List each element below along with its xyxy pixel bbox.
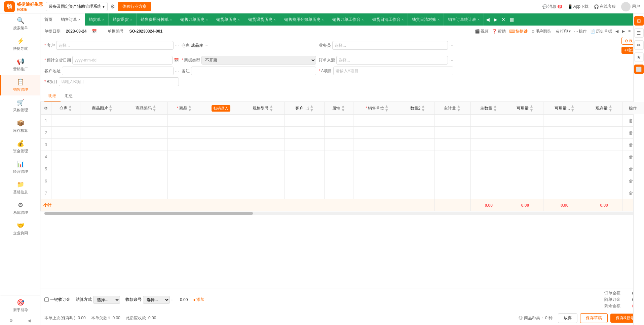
row-product[interactable] bbox=[168, 151, 201, 163]
message-btn[interactable]: 💬 消息 9 bbox=[542, 4, 562, 9]
tab-summary[interactable]: 汇总 bbox=[61, 91, 77, 101]
row-sales-unit[interactable] bbox=[353, 139, 401, 151]
staff-dots[interactable]: ··· bbox=[449, 43, 453, 48]
right-icon-scan[interactable]: ⬜ bbox=[634, 65, 644, 74]
row-qty2[interactable] bbox=[401, 115, 434, 127]
right-icon-list[interactable]: ☰ bbox=[634, 28, 644, 38]
row-product[interactable] bbox=[168, 163, 201, 175]
row-qty2[interactable] bbox=[401, 175, 434, 187]
system-selector[interactable]: 装备及固定资产辅助管理系统 ▾ bbox=[46, 2, 108, 11]
settings-bottom-icon[interactable]: ⚙ bbox=[9, 318, 13, 323]
row-attributes[interactable] bbox=[324, 175, 353, 187]
row-attributes[interactable] bbox=[324, 115, 353, 127]
row-qty2[interactable] bbox=[401, 127, 434, 139]
account-dots[interactable]: ··· bbox=[171, 297, 175, 302]
sidebar-item-marketing[interactable]: 📢 营销推广 bbox=[0, 54, 40, 75]
row-sales-unit[interactable] bbox=[353, 127, 401, 139]
row-product[interactable] bbox=[168, 175, 201, 187]
row-customer-code[interactable] bbox=[285, 115, 324, 127]
row-warehouse[interactable] bbox=[51, 163, 80, 175]
addr-dots[interactable]: ··· bbox=[175, 68, 179, 74]
sidebar-item-enterprise[interactable]: 🤝 企业协同 bbox=[0, 218, 40, 239]
row-attributes[interactable] bbox=[324, 151, 353, 163]
a-project-input[interactable] bbox=[333, 67, 453, 75]
row-product-code[interactable] bbox=[124, 151, 168, 163]
sidebar-item-system[interactable]: ⚙ 系统管理 bbox=[0, 198, 40, 218]
invoice-type-select[interactable]: 不开票 bbox=[201, 56, 316, 65]
row-main-qty[interactable] bbox=[470, 187, 507, 199]
payment-select[interactable]: 选择... bbox=[93, 296, 120, 304]
delete-row-icon[interactable]: 🗑 bbox=[629, 178, 633, 184]
tab-sales-statistics[interactable]: 销售订单统计表 × bbox=[444, 13, 484, 26]
tab-close-icon[interactable]: × bbox=[130, 18, 132, 22]
row-sales-unit[interactable] bbox=[353, 115, 401, 127]
row-warehouse[interactable] bbox=[51, 187, 80, 199]
tab-menu-btn[interactable]: ▦ bbox=[507, 17, 516, 22]
sidebar-item-quick-nav[interactable]: ⚡ 快捷导航 bbox=[0, 34, 40, 54]
row-spec-model[interactable] bbox=[241, 187, 285, 199]
remark-input[interactable] bbox=[191, 67, 316, 75]
delete-row-icon[interactable]: 🗑 bbox=[629, 130, 633, 135]
collapse-icon[interactable]: ◀ bbox=[28, 318, 31, 323]
row-attributes[interactable] bbox=[324, 127, 353, 139]
row-main-qty[interactable] bbox=[470, 127, 507, 139]
date-picker-icon[interactable]: 📅 bbox=[174, 58, 179, 63]
delivery-date-input[interactable] bbox=[72, 56, 173, 65]
row-main-qty[interactable] bbox=[470, 163, 507, 175]
order-source-input[interactable] bbox=[336, 56, 448, 65]
tab-detail[interactable]: 明细 bbox=[44, 91, 61, 101]
row-qty2[interactable] bbox=[401, 139, 434, 151]
print-btn[interactable]: 🖨 打印 ▾ bbox=[555, 29, 571, 34]
tab-cash-workbench[interactable]: 钱货日清工作台 × bbox=[368, 13, 408, 26]
right-icon-edit[interactable]: ✏ bbox=[634, 40, 644, 50]
tab-cash-reconcile[interactable]: 钱货日清对账 × bbox=[408, 13, 444, 26]
user-area[interactable]: 用户 bbox=[621, 2, 640, 11]
right-icon-star[interactable]: ★ bbox=[634, 52, 644, 62]
tab-close-icon[interactable]: × bbox=[102, 18, 104, 22]
discard-btn[interactable]: 放弃 bbox=[558, 313, 577, 323]
page-next-btn[interactable]: ▶ bbox=[622, 29, 625, 34]
row-attributes[interactable] bbox=[324, 139, 353, 151]
row-spec-model[interactable] bbox=[241, 139, 285, 151]
page-prev-btn[interactable]: ◀ bbox=[615, 29, 618, 34]
row-qty2[interactable] bbox=[401, 151, 434, 163]
row-customer-code[interactable] bbox=[285, 139, 324, 151]
row-product-code[interactable] bbox=[124, 115, 168, 127]
operate-btn[interactable]: ⋯ 操作 bbox=[574, 29, 587, 34]
row-customer-code[interactable] bbox=[285, 175, 324, 187]
sidebar-item-newbie[interactable]: 🎯 新手引导 bbox=[0, 295, 40, 316]
delete-row-icon[interactable]: 🗑 bbox=[629, 191, 633, 196]
tab-fee-history[interactable]: 销售费用分摊单历史 × bbox=[280, 13, 328, 26]
tab-close-icon[interactable]: × bbox=[78, 18, 80, 22]
account-select[interactable]: 选择... bbox=[143, 296, 170, 304]
delete-row-icon[interactable]: 🗑 bbox=[629, 118, 633, 123]
one-click-checkbox[interactable] bbox=[44, 297, 49, 302]
sidebar-item-sales[interactable]: 📋 销售管理 bbox=[0, 75, 40, 95]
scrollbar-thumb[interactable] bbox=[44, 212, 253, 215]
delete-row-icon[interactable]: 🗑 bbox=[629, 166, 633, 172]
tab-sales-fee[interactable]: 销售费用分摊单 × bbox=[137, 13, 177, 26]
sidebar-item-purchase[interactable]: 🛒 采购管理 bbox=[0, 95, 40, 116]
product-count-icon[interactable]: ◎ bbox=[519, 316, 523, 320]
row-customer-code[interactable] bbox=[285, 163, 324, 175]
row-spec-model[interactable] bbox=[241, 163, 285, 175]
tab-close-icon[interactable]: × bbox=[438, 18, 440, 22]
right-icon-table[interactable]: ⊞ bbox=[634, 16, 644, 26]
row-customer-code[interactable] bbox=[285, 127, 324, 139]
tab-sales-order[interactable]: 销售订单 × bbox=[57, 13, 85, 26]
sidebar-item-operations[interactable]: 📊 经营管理 bbox=[0, 157, 40, 177]
online-service-btn[interactable]: 🎧 在线客服 bbox=[594, 4, 616, 9]
staff-input[interactable] bbox=[332, 41, 448, 50]
customer-input[interactable] bbox=[56, 41, 174, 50]
profit-btn[interactable]: ☺ 毛利预告 bbox=[531, 29, 552, 34]
tab-single-history[interactable]: 销货单历史 × bbox=[212, 13, 244, 26]
list-view-icon[interactable]: ≡ bbox=[628, 29, 631, 34]
row-product[interactable] bbox=[168, 139, 201, 151]
tab-close-all-btn[interactable]: ✕ bbox=[499, 17, 507, 22]
row-product-code[interactable] bbox=[124, 175, 168, 187]
row-product[interactable] bbox=[168, 127, 201, 139]
tab-next-btn[interactable]: ▶ bbox=[492, 17, 499, 22]
calendar-icon[interactable]: 📅 bbox=[92, 29, 97, 34]
tab-home[interactable]: 首页 bbox=[40, 13, 57, 26]
row-spec-model[interactable] bbox=[241, 127, 285, 139]
